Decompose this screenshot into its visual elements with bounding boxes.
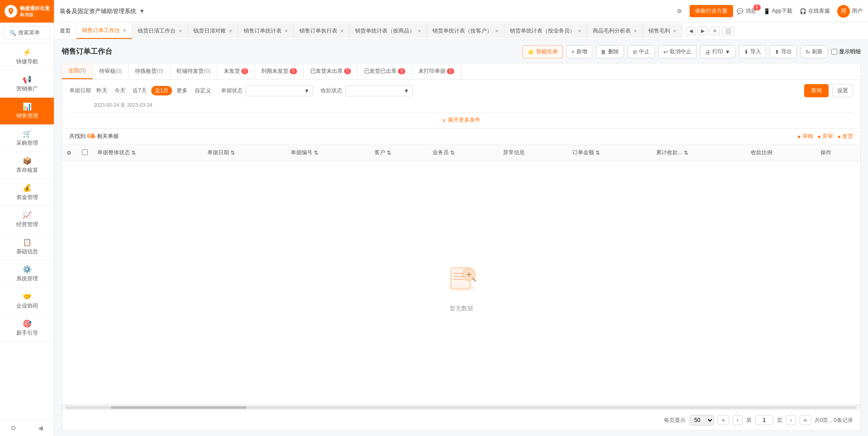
shortcut-yesterday[interactable]: 昨天: [94, 86, 110, 95]
ship-button[interactable]: ● 发货: [838, 133, 853, 140]
tab-sales-summary-staff[interactable]: 销货单统计表（按业务员） ✕: [504, 24, 587, 38]
tab-margin-analysis[interactable]: 商品毛利分析表 ✕: [587, 24, 643, 38]
tab-sales-exec-close[interactable]: ✕: [340, 28, 344, 33]
show-detail-label[interactable]: 显示明细: [831, 48, 861, 56]
shortcut-today[interactable]: 今天: [112, 86, 128, 95]
th-checkbox[interactable]: [76, 144, 94, 161]
tab-summary-staff-close[interactable]: ✕: [578, 28, 581, 33]
shortcut-7days[interactable]: 近7天: [130, 86, 149, 95]
expand-more-button[interactable]: ∨ 展开更多条件: [442, 116, 480, 124]
scrollbar-track[interactable]: [66, 406, 857, 409]
tab-close-all-button[interactable]: ✕: [710, 27, 720, 35]
tab-sales-summary-product[interactable]: 销货单统计表（按商品） ✕: [350, 24, 427, 38]
filter-tab-wangpu[interactable]: 旺铺待发货(0): [170, 64, 217, 79]
tab-cash-check-close[interactable]: ✕: [229, 28, 232, 33]
export-button[interactable]: ⬆ 导出: [770, 45, 797, 58]
message-button[interactable]: 💬 6 消息: [737, 7, 756, 15]
app-download-button[interactable]: 📱 App下载: [763, 7, 792, 15]
prev-page-button[interactable]: ‹: [733, 415, 743, 425]
set-button[interactable]: 设置: [832, 84, 853, 97]
tab-profit-close[interactable]: ✕: [673, 28, 676, 33]
filter-tab-not-shipped[interactable]: 未发货0: [217, 64, 255, 79]
horizontal-scrollbar[interactable]: [62, 404, 860, 410]
sort-amount[interactable]: 订单金额 ⇅: [572, 149, 649, 156]
select-all-checkbox[interactable]: [82, 149, 88, 155]
page-number-input[interactable]: [755, 415, 773, 425]
shortcut-custom[interactable]: 自定义: [192, 86, 214, 95]
sidebar-item-business[interactable]: 📈 经营管理: [0, 206, 54, 233]
sidebar-collapse-button[interactable]: ◀: [27, 420, 54, 436]
tab-sales-order-close[interactable]: ✕: [123, 28, 126, 33]
tab-next-button[interactable]: ▶: [698, 27, 708, 35]
user-menu[interactable]: 用 用户: [837, 5, 863, 18]
sort-date[interactable]: 单据日期 ⇅: [207, 149, 284, 156]
tab-maximize-button[interactable]: ⬜: [722, 27, 734, 35]
show-detail-checkbox[interactable]: [831, 49, 837, 55]
sidebar-item-basic[interactable]: 📋 基础信息: [0, 233, 54, 261]
sort-staff[interactable]: 业务员 ⇅: [432, 149, 496, 156]
tab-margin-close[interactable]: ✕: [633, 28, 637, 33]
column-settings-icon[interactable]: ⚙: [67, 150, 72, 156]
audit-button[interactable]: ● 审核: [797, 133, 813, 140]
tab-sales-summary-customer[interactable]: 销货单统计表（按客户） ✕: [427, 24, 504, 38]
payment-select[interactable]: ▼: [345, 85, 413, 96]
stop-button[interactable]: ⊘ 中止: [628, 45, 655, 58]
tab-sales-stats-close[interactable]: ✕: [284, 28, 288, 33]
tab-prev-button[interactable]: ◀: [686, 27, 696, 35]
sort-collected[interactable]: 累计收款... ⇅: [656, 149, 743, 156]
tab-sales-stats[interactable]: 销售订单统计表 ✕: [238, 24, 294, 38]
next-page-button[interactable]: ›: [786, 415, 796, 425]
filter-tab-all[interactable]: 全部(0): [62, 63, 93, 79]
cancel-audit-button[interactable]: ● 弃审: [818, 133, 833, 140]
sidebar-item-purchase[interactable]: 🛒 采购管理: [0, 125, 54, 152]
topbar-settings-button[interactable]: ⚙: [673, 5, 686, 18]
scrollbar-thumb[interactable]: [111, 406, 247, 409]
import-button[interactable]: ⬇ 导入: [739, 45, 766, 58]
th-settings[interactable]: ⚙: [62, 144, 76, 161]
sidebar-item-system[interactable]: ⚙️ 系统管理: [0, 261, 54, 288]
sidebar-item-sales[interactable]: 📊 销售管理: [0, 98, 54, 125]
smart-generate-button[interactable]: ⭐ 智能生单: [523, 45, 563, 58]
shortcut-more[interactable]: 更多: [174, 86, 190, 95]
filter-tab-shipped-not-out[interactable]: 已发货未出库0: [304, 64, 358, 79]
shortcut-1month[interactable]: 近1月: [151, 86, 173, 95]
per-page-select[interactable]: 50 10 20 100: [689, 415, 714, 426]
tab-cash-check[interactable]: 钱货日清对账 ✕: [188, 24, 238, 38]
tab-home[interactable]: 首页: [54, 24, 77, 38]
print-button[interactable]: 🖨 打印 ▼: [700, 45, 735, 58]
online-service-button[interactable]: 🎧 在线客服: [800, 7, 830, 15]
sort-status[interactable]: 单据整体状态 ⇅: [97, 149, 200, 156]
tab-sales-exec[interactable]: 销售订单执行表 ✕: [294, 24, 350, 38]
new-button[interactable]: + 新增: [566, 45, 592, 58]
filter-tab-not-printed[interactable]: 未打印单据0: [412, 64, 461, 79]
filter-tab-pending-inspect[interactable]: 待拣验货(0): [129, 64, 170, 79]
sidebar-item-inventory[interactable]: 📦 库存核算: [0, 152, 54, 179]
system-dropdown[interactable]: ▼: [139, 8, 145, 14]
filter-tab-shipped-out[interactable]: 已发货已出库0: [358, 64, 412, 79]
filter-tab-pending-review[interactable]: 待审核(0): [93, 64, 129, 79]
filter-tab-overdue[interactable]: 到期未发货0: [255, 64, 304, 79]
sidebar-settings-button[interactable]: ⚙: [0, 420, 27, 436]
industry-plan-button[interactable]: 体验行业方案: [690, 5, 733, 17]
tab-sales-order[interactable]: 销售订单工作台 ✕: [77, 23, 132, 39]
sidebar-item-finance[interactable]: 💰 资金管理: [0, 179, 54, 206]
first-page-button[interactable]: «: [718, 415, 729, 425]
tab-cash-daily[interactable]: 钱货日清工作台 ✕: [132, 24, 188, 38]
sidebar-item-guide[interactable]: 🎯 新手引导: [0, 315, 54, 342]
delete-button[interactable]: 🗑 删除: [596, 45, 624, 58]
last-page-button[interactable]: »: [800, 415, 811, 425]
sidebar-item-cooperation[interactable]: 🤝 企业协同: [0, 288, 54, 315]
sidebar-item-quick-nav[interactable]: ⚡ 快捷导航: [0, 43, 54, 71]
sidebar-item-marketing[interactable]: 📢 营销推广: [0, 71, 54, 98]
tab-summary-product-close[interactable]: ✕: [417, 28, 421, 33]
sort-customer[interactable]: 客户 ⇅: [374, 149, 425, 156]
refresh-button[interactable]: ↻ 刷新: [801, 45, 828, 58]
tab-cash-daily-close[interactable]: ✕: [178, 28, 182, 33]
tab-summary-customer-close[interactable]: ✕: [495, 28, 499, 33]
search-menu-button[interactable]: 🔍 搜索菜单: [4, 26, 50, 39]
tab-sales-profit[interactable]: 销售毛利 ✕: [643, 24, 682, 38]
query-button[interactable]: 查询: [804, 84, 829, 97]
cancel-stop-button[interactable]: ↩ 取消中止: [658, 45, 696, 58]
sort-number[interactable]: 单据编号 ⇅: [291, 149, 367, 156]
status-select[interactable]: ▼: [245, 85, 313, 96]
